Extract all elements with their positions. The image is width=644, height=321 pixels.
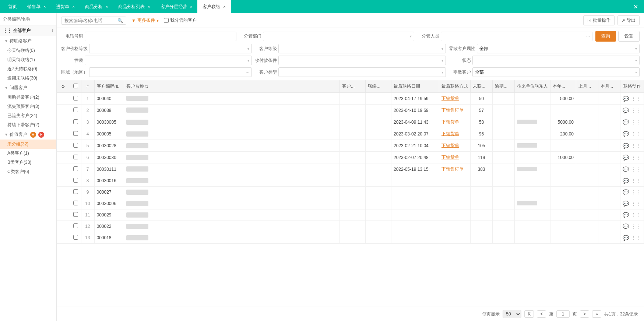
row-checkbox[interactable] xyxy=(73,212,78,217)
collapse-icon[interactable]: 《 xyxy=(50,28,53,33)
more-conditions-button[interactable]: ▼ 更多条件 ▾ xyxy=(129,16,161,25)
contact-action-icon[interactable]: 💬 xyxy=(623,107,629,113)
more-action-icon[interactable]: ⋮⋮ xyxy=(631,107,641,113)
customer-type-select[interactable]: ▾ xyxy=(278,67,446,77)
close-tab-product-list[interactable]: × xyxy=(148,4,150,9)
dept-select-box[interactable]: ▾ xyxy=(263,32,415,41)
tab-customer-segment[interactable]: 客户分层经营 × xyxy=(155,0,197,13)
window-close-button[interactable]: ✕ xyxy=(630,2,641,12)
tab-home[interactable]: 首页 xyxy=(3,0,22,13)
row-checkbox[interactable] xyxy=(73,178,78,183)
status-select[interactable]: ▾ xyxy=(472,56,640,65)
group-value-customers[interactable]: ▼ 价值客户 R F xyxy=(0,130,56,140)
settings-col-header[interactable]: ⚙ xyxy=(57,80,70,93)
last-method-link[interactable]: 下销货单 xyxy=(441,155,459,160)
more-action-icon[interactable]: ⋮⋮ xyxy=(631,131,641,137)
first-page-button[interactable]: K xyxy=(524,310,534,318)
type-col-header[interactable]: 客户... xyxy=(340,80,366,93)
gear-icon[interactable]: ⚙ xyxy=(61,84,65,89)
contact-action-icon[interactable]: 💬 xyxy=(623,166,629,172)
phone-input-box[interactable] xyxy=(85,32,236,41)
row-checkbox[interactable] xyxy=(73,96,78,100)
group-problem-customers[interactable]: ▼ 问题客户 xyxy=(0,83,56,93)
overdue-col-header[interactable]: 逾期... xyxy=(493,80,515,93)
row-checkbox[interactable] xyxy=(73,155,78,159)
sidebar-item-7day-pending[interactable]: 近7天待联络(0) xyxy=(0,64,56,74)
tab-product-analysis[interactable]: 商品分析 × xyxy=(80,0,113,13)
more-action-icon[interactable]: ⋮⋮ xyxy=(631,223,641,229)
more-action-icon[interactable]: ⋮⋮ xyxy=(631,155,641,160)
contact-action-icon[interactable]: 💬 xyxy=(623,223,629,229)
query-button[interactable]: 查询 xyxy=(595,31,616,42)
row-checkbox[interactable] xyxy=(73,166,78,171)
tab-sales[interactable]: 销售单 × xyxy=(22,0,51,13)
row-checkbox[interactable] xyxy=(73,235,78,240)
reset-button[interactable]: 设置 xyxy=(618,31,640,42)
payment-select[interactable]: ▾ xyxy=(278,56,446,65)
last-method-link[interactable]: 下销货单 xyxy=(441,131,459,136)
sidebar-item-hoarding-anomaly[interactable]: 囤购异常客户(2) xyxy=(0,93,56,102)
contact-action-icon[interactable]: 💬 xyxy=(623,178,629,184)
close-tab-segment[interactable]: × xyxy=(190,4,192,9)
more-action-icon[interactable]: ⋮⋮ xyxy=(631,201,641,207)
more-action-icon[interactable]: ⋮⋮ xyxy=(631,96,641,102)
my-customers-checkbox-label[interactable]: 我分管的客户 xyxy=(164,17,197,24)
sidebar-item-class-a[interactable]: A类客户(1) xyxy=(0,149,56,158)
name-col-header[interactable]: 客户名称⇅ xyxy=(124,80,340,93)
last-method-col-header[interactable]: 最后联络方式 xyxy=(439,80,471,93)
sidebar-item-ungroup[interactable]: 未分组(32) xyxy=(0,140,56,149)
close-tab-product-analysis[interactable]: × xyxy=(106,4,108,9)
page-number-input[interactable] xyxy=(556,310,570,318)
sidebar-item-tomorrow-pending[interactable]: 明天待联络(1) xyxy=(0,55,56,64)
manager-input[interactable] xyxy=(443,34,586,39)
more-action-icon[interactable]: ⋮⋮ xyxy=(631,235,641,241)
row-checkbox[interactable] xyxy=(73,189,78,194)
sidebar-search-input[interactable] xyxy=(3,17,57,22)
sidebar-item-churned[interactable]: 已流失客户(24) xyxy=(0,111,56,120)
checkbox-col-header[interactable] xyxy=(70,80,81,93)
row-checkbox[interactable] xyxy=(73,107,78,112)
code-col-header[interactable]: 客户编码⇅ xyxy=(94,80,124,93)
ellipsis-icon[interactable]: ··· xyxy=(586,34,590,39)
price-level-select[interactable]: ▾ xyxy=(89,44,252,53)
last-date-col-header[interactable]: 最后联络日期 xyxy=(391,80,439,93)
row-checkbox[interactable] xyxy=(73,223,78,228)
last-method-link[interactable]: 下销货单 xyxy=(441,96,459,101)
more-action-icon[interactable]: ⋮⋮ xyxy=(631,178,641,184)
sidebar-item-overdue-pending[interactable]: 逾期未联络(30) xyxy=(0,74,56,83)
row-checkbox[interactable] xyxy=(73,201,78,205)
contact-col-header[interactable]: 联络... xyxy=(366,80,391,93)
export-button[interactable]: ↗ 导出 xyxy=(617,15,640,25)
sidebar-item-class-c[interactable]: C类客户(6) xyxy=(0,167,56,176)
last-page-button[interactable]: » xyxy=(592,310,601,318)
search-icon[interactable]: 🔍 xyxy=(117,18,123,23)
contact-action-icon[interactable]: 💬 xyxy=(623,201,629,207)
more-action-icon[interactable]: ⋮⋮ xyxy=(631,212,641,218)
last-method-link[interactable]: 下销货单 xyxy=(441,119,459,124)
row-checkbox[interactable] xyxy=(73,119,78,124)
more-action-icon[interactable]: ⋮⋮ xyxy=(631,119,641,125)
contact-action-icon[interactable]: 💬 xyxy=(623,235,629,241)
group-pending-contact[interactable]: ▼ 待联络客户 xyxy=(0,36,56,46)
retail-attr-select[interactable]: 全部 ▾ xyxy=(477,44,640,53)
next-page-button[interactable]: > xyxy=(580,310,589,318)
more-action-icon[interactable]: ⋮⋮ xyxy=(631,166,641,172)
more-action-icon[interactable]: ⋮⋮ xyxy=(631,143,641,149)
region-input[interactable]: ··· xyxy=(89,67,252,77)
row-checkbox[interactable] xyxy=(73,131,78,136)
all-customers-section[interactable]: ⋮⋮ 全部客户 《 xyxy=(0,25,56,36)
tab-product-analysis-list[interactable]: 商品分析列表 × xyxy=(113,0,155,13)
page-size-select[interactable]: 50 100 xyxy=(503,310,521,318)
my-customers-checkbox[interactable] xyxy=(164,18,169,23)
last-method-link[interactable]: 下销售订单 xyxy=(441,107,464,113)
contact-action-icon[interactable]: 💬 xyxy=(623,189,629,195)
tab-purchase[interactable]: 进货单 × xyxy=(51,0,80,13)
sidebar-item-churn-warning[interactable]: 流失预警客户(3) xyxy=(0,102,56,111)
close-tab-sales[interactable]: × xyxy=(43,4,46,9)
not-contact-col-header[interactable]: 未联... xyxy=(471,80,493,93)
search-input[interactable] xyxy=(64,18,116,23)
contact-action-icon[interactable]: 💬 xyxy=(623,131,629,137)
customer-level-select[interactable]: ▾ xyxy=(278,44,446,53)
close-tab-contact[interactable]: × xyxy=(223,4,225,9)
prev-page-button[interactable]: < xyxy=(537,310,546,318)
